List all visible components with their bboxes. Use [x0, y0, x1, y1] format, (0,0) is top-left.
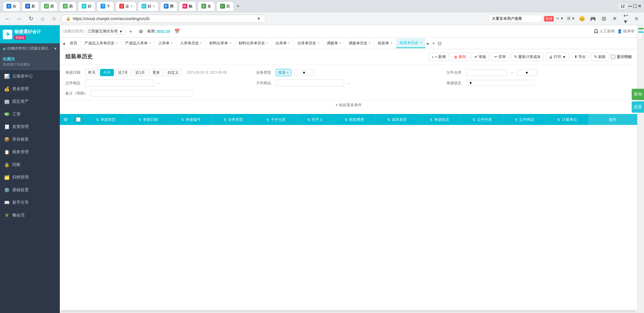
scrollbar-placeholder[interactable] [60, 310, 637, 313]
nav-tab-assemble-close[interactable]: × [339, 41, 341, 45]
parent-warehouse-dropdown[interactable]: ▼ [516, 70, 537, 76]
nav-tab-bundle-close[interactable]: × [390, 41, 392, 45]
nav-more[interactable]: ⊟ [436, 41, 443, 46]
nav-tab-material-out-history[interactable]: 材料出库单历史 × [235, 39, 272, 48]
settings-gear-button[interactable]: ⚙ [136, 28, 146, 35]
show-detail-checkbox[interactable] [611, 55, 615, 59]
refresh-button[interactable]: ↻ 刷新 [591, 53, 609, 61]
right-panel-query-btn[interactable]: 查询 [638, 28, 644, 29]
nav-tab-inbound-history[interactable]: 入库单历史 × [177, 39, 206, 48]
tab-item-10[interactable]: 畅 畅 [179, 1, 196, 11]
nav-scroll-left[interactable]: ◂ [61, 41, 66, 46]
nav-tab-outbound-history-close[interactable]: × [318, 41, 320, 45]
nav-tab-bundle[interactable]: 组装单 × [374, 39, 396, 48]
top-company-selector[interactable]: 江西服宝测试专用 ▼ [85, 28, 125, 35]
reload-button[interactable]: ↻ [26, 14, 36, 24]
th-child-warehouse[interactable]: 子件仓库 [255, 114, 297, 125]
th-business-type[interactable]: 业务类型 [212, 114, 254, 125]
parent-warehouse-input[interactable] [466, 69, 507, 76]
th-parent-list[interactable]: 父件列表 [461, 114, 503, 125]
nav-tab-material-out[interactable]: 材料出库单 × [206, 39, 235, 48]
nav-tab-bundle-history[interactable]: 组装单历史 × [396, 38, 426, 48]
nav-tab-produce-in[interactable]: 产成品入库单 × [122, 39, 155, 48]
parent-goods-input[interactable] [85, 80, 153, 86]
slip-status-dropdown[interactable]: ▼ [466, 80, 535, 86]
nav-tab-assemble-history[interactable]: 调拨单历史 × [345, 39, 375, 48]
show-detail-checkbox-label[interactable]: 显示明细 [611, 54, 632, 59]
export-button[interactable]: ⬆ 导出 [571, 53, 589, 61]
nav-tab-inbound-close[interactable]: × [171, 41, 173, 45]
yesterday-btn[interactable]: 昨天 [85, 69, 99, 76]
note-input[interactable] [91, 90, 193, 97]
th-slip-type[interactable]: 单据类型 [84, 114, 127, 125]
week-btn[interactable]: 近7天 [115, 69, 131, 76]
sidebar-item-cloud-report[interactable]: 📊 云报表中心 [0, 70, 60, 83]
tab-item-7[interactable]: 企 企 × [116, 1, 136, 11]
nav-tab-inbound-history-close[interactable]: × [200, 41, 202, 45]
add-company-button[interactable]: + [126, 28, 135, 35]
sidebar-item-tax-mgmt[interactable]: 📋 税务管理 [0, 146, 60, 158]
th-disassemble-fee[interactable]: 拆装费用 [333, 114, 375, 125]
address-dropdown-icon[interactable]: ▼ [257, 16, 261, 21]
sidebar-company-dropdown[interactable]: ▼ [54, 47, 57, 51]
abandon-button[interactable]: ↩ 弃审 [491, 53, 509, 61]
sidebar-item-archive-mgmt[interactable]: 🗂️ 归档管理 [0, 171, 60, 184]
minimize-button[interactable]: ─ [628, 3, 632, 9]
undo-button[interactable]: ↩ ▼ [621, 14, 630, 24]
th-slip-date[interactable]: 单据日期 [127, 114, 169, 125]
sidebar-item-salary[interactable]: 💵 工资 [0, 108, 60, 120]
float-settings-button[interactable]: 设置 [632, 101, 644, 113]
home-button[interactable]: ⌂ [38, 14, 47, 24]
nav-tab-outbound-history[interactable]: 出库单历史 × [294, 39, 323, 48]
th-slip-no[interactable]: 单据编号 [170, 114, 212, 125]
nav-tab-bundle-history-close[interactable]: × [420, 41, 422, 45]
address-bar[interactable]: 🔒 https://cloud.chanjet.com/accounting/u… [61, 15, 266, 23]
tab-item-4[interactable]: 易 易 [59, 1, 77, 11]
today-btn[interactable]: 今天 [100, 69, 114, 76]
nav-tab-produce-in-history[interactable]: 产成品入库单历史 × [81, 39, 122, 48]
th-parent-goods[interactable]: 父件商品 [503, 114, 546, 125]
tab-item-3[interactable]: 易 易 [40, 1, 58, 11]
search-box[interactable]: 大量安卓用户逃离 [488, 15, 543, 23]
sidebar-item-invoice-mgmt[interactable]: 🧾 发票管理 [0, 120, 60, 133]
child-goods-input[interactable] [276, 80, 344, 86]
back-button[interactable]: ← [3, 14, 12, 24]
sidebar-item-basic-settings[interactable]: ⚙️ 基础设置 [0, 184, 60, 196]
collapse-btn[interactable]: ∧ 收起更多条件 [335, 102, 362, 108]
nav-tab-outbound-close[interactable]: × [288, 41, 290, 45]
table-settings-icon[interactable]: ⚙ [64, 117, 68, 122]
forward-button[interactable]: → [14, 14, 24, 24]
th-calc-unit[interactable]: 计量单位 [546, 114, 588, 125]
cut-tool-button[interactable]: ✂ ▼ [555, 14, 565, 24]
table-area[interactable]: ⚙ 单据类型 单据日期 单据编 [60, 114, 637, 310]
recalc-button[interactable]: ↻ 重新计算成本 [511, 53, 544, 61]
nav-tab-material-out-history-close[interactable]: × [266, 41, 268, 45]
tab-item-1[interactable]: 在 在 [3, 1, 20, 11]
right-panel-settings-btn[interactable]: 设置 [638, 31, 644, 33]
sidebar-item-fixed-assets[interactable]: 🏢 固定资产 [0, 95, 60, 108]
print-button[interactable]: 🖨 打印 ▼ [546, 53, 569, 61]
sidebar-item-inventory[interactable]: 📦 库存核算 [0, 133, 60, 146]
tab-item-2[interactable]: 新 新 [22, 1, 39, 11]
th-cost-diff[interactable]: 成本差异 [376, 114, 418, 125]
tab-close-8[interactable]: × [153, 4, 155, 8]
sidebar-item-settlement[interactable]: 🔒 结账 [0, 158, 60, 171]
tab-item-8[interactable]: 好 好 × [138, 1, 159, 11]
business-type-dropdown[interactable]: ▼ [294, 70, 314, 76]
custom-date-btn[interactable]: 自定义 [164, 69, 182, 76]
translate-button[interactable]: 译 ▼ [566, 14, 576, 24]
bookmark-button[interactable]: ☆ [49, 14, 59, 24]
nav-tab-assemble[interactable]: 调拨单 × [323, 39, 345, 48]
close-button[interactable]: × [638, 3, 641, 9]
sidebar-company[interactable]: ◉ (勿删勿禁用) 江西服宝测试专用 ▼ [0, 43, 60, 54]
th-handler[interactable]: 经手人 [297, 114, 333, 125]
nav-close-all[interactable]: × [431, 41, 436, 46]
nav-tab-produce-in-history-close[interactable]: × [116, 41, 118, 45]
scrollbar-track[interactable] [61, 310, 636, 312]
sidebar-item-guide[interactable]: 📖 新手引导 [0, 196, 60, 209]
emoji-button[interactable]: 😊 [577, 14, 587, 24]
sidebar-item-vip[interactable]: V 畅会员 [0, 209, 60, 222]
nav-scroll-right[interactable]: ▸ [426, 41, 431, 46]
maximize-button[interactable]: □ [633, 3, 637, 9]
tab-item-9[interactable]: 腾 腾 [160, 1, 177, 11]
